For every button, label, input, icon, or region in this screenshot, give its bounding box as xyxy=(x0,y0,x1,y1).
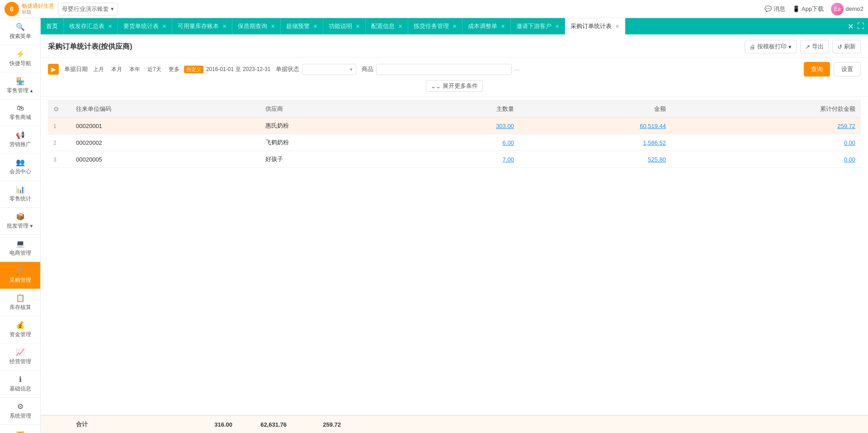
cell-seq: 3 xyxy=(48,151,71,168)
th-paid-amount: 累计付款金额 xyxy=(671,101,861,118)
column-settings-icon[interactable]: ⚙ xyxy=(53,105,59,113)
tab-close-icon[interactable]: ✕ xyxy=(615,24,619,29)
status-filter-field: 单据状态 xyxy=(276,64,356,75)
shortcut-7days[interactable]: 近7天 xyxy=(145,65,164,74)
tab-purchase-stats[interactable]: 采购订单统计表 ✕ xyxy=(565,18,625,34)
th-settings: ⚙ xyxy=(48,101,71,118)
sidebar: 🔍 搜索英单 ⚡ 快捷导航 🏪 零售管理 ▲ 🛍 零售商城 📢 营销推广 👥 会… xyxy=(0,18,41,433)
logo-icon: 6 xyxy=(5,2,19,16)
cell-seq: 1 xyxy=(48,118,71,134)
table-body: 1 00020001 惠氏奶粉 303.00 60,519.44 259.72 … xyxy=(48,118,861,168)
footer-amount: 62,631.76 xyxy=(238,421,292,428)
workspace-selector[interactable]: 母婴行业演示账套 ▾ xyxy=(58,3,118,15)
cell-seq: 2 xyxy=(48,134,71,151)
cell-amount[interactable]: 1,586.52 xyxy=(519,134,671,151)
message-button[interactable]: 💬 消息 xyxy=(764,5,785,13)
cell-paid-amount[interactable]: 0.00 xyxy=(671,134,861,151)
close-tab-button[interactable]: ✕ xyxy=(848,22,854,31)
filter-area: ▶ 单据日期 上月 本月 本年 近7天 更多 自定义 xyxy=(41,57,868,97)
sidebar-item-inventory[interactable]: 📋 库存核算 xyxy=(0,289,40,316)
tab-close-icon[interactable]: ✕ xyxy=(398,24,402,29)
table-row: 1 00020001 惠氏奶粉 303.00 60,519.44 259.72 xyxy=(48,118,861,134)
tab-close-icon[interactable]: ✕ xyxy=(356,24,360,29)
tab-order-summary[interactable]: 要货单统计表 ✕ xyxy=(118,18,172,34)
tab-cost-adjust[interactable]: 成本调整单 ✕ xyxy=(462,18,511,34)
tab-close-icon[interactable]: ✕ xyxy=(453,24,457,29)
th-main-qty: 主数量 xyxy=(401,101,519,118)
tab-close-icon[interactable]: ✕ xyxy=(313,24,317,29)
th-supplier: 供应商 xyxy=(260,101,401,118)
tab-bar: 首页 收发存汇总表 ✕ 要货单统计表 ✕ 可用量库存账本 ✕ 保质期查询 ✕ 超… xyxy=(41,18,868,34)
shortcut-last-month[interactable]: 上月 xyxy=(90,65,107,74)
tab-function-guide[interactable]: 功能说明 ✕ xyxy=(323,18,366,34)
goods-input[interactable] xyxy=(376,64,512,75)
query-button[interactable]: 查询 xyxy=(804,62,830,76)
tab-picking-task[interactable]: 拣货任务管理 ✕ xyxy=(408,18,462,34)
gear-icon: ⚙ xyxy=(17,402,24,411)
footer-paid-amount: 259.72 xyxy=(292,421,346,428)
settings-button[interactable]: 设置 xyxy=(834,62,861,76)
user-profile[interactable]: Ea demo2 xyxy=(831,3,863,15)
more-options-icon[interactable]: ··· xyxy=(514,66,519,73)
sidebar-item-search[interactable]: 🔍 搜索英单 xyxy=(0,18,40,45)
sidebar-item-operations[interactable]: 📈 经营管理 xyxy=(0,343,40,371)
tab-available-stock[interactable]: 可用量库存账本 ✕ xyxy=(172,18,232,34)
tab-close-icon[interactable]: ✕ xyxy=(501,24,505,29)
tab-bar-end: ✕ ⛶ xyxy=(844,22,868,31)
filter-actions: 查询 设置 xyxy=(804,62,861,76)
table-row: 3 00020005 好孩子 7.00 525.80 0.00 xyxy=(48,151,861,168)
sidebar-item-finance[interactable]: 💰 资金管理 xyxy=(0,316,40,343)
table-footer: 合计 316.00 62,631.76 259.72 xyxy=(41,415,868,433)
cell-main-qty[interactable]: 7.00 xyxy=(401,151,519,168)
tab-receive-summary[interactable]: 收发存汇总表 ✕ xyxy=(64,18,118,34)
date-filter-field: 单据日期 上月 本月 本年 近7天 更多 自定义 2016-01-01 xyxy=(64,65,270,74)
filter-row-1: ▶ 单据日期 上月 本月 本年 近7天 更多 自定义 xyxy=(48,62,861,76)
tab-close-icon[interactable]: ✕ xyxy=(162,24,166,29)
filter-row-2: ⌄⌄ 展开更多条件 xyxy=(48,80,861,92)
cell-amount[interactable]: 60,519.44 xyxy=(519,118,671,134)
refresh-button[interactable]: ↺ 刷新 xyxy=(832,40,861,53)
page-header-actions: 🖨 按模板打印 ▾ ↗ 导出 ↺ 刷新 xyxy=(745,40,861,53)
top-bar-left: 6 畅捷通好生意 标版 母婴行业演示账套 ▾ xyxy=(5,2,118,16)
app-download-button[interactable]: 📱 App下载 xyxy=(793,5,824,13)
status-select[interactable] xyxy=(302,64,356,75)
tab-config-info[interactable]: 配置信息 ✕ xyxy=(366,18,408,34)
maximize-button[interactable]: ⛶ xyxy=(857,22,864,30)
shortcut-this-year[interactable]: 本年 xyxy=(127,65,143,74)
tab-close-icon[interactable]: ✕ xyxy=(108,24,112,29)
filter-toggle-button[interactable]: ▶ xyxy=(48,64,59,75)
cell-main-qty[interactable]: 303.00 xyxy=(401,118,519,134)
tab-expiry-query[interactable]: 保质期查询 ✕ xyxy=(232,18,281,34)
tab-overstock-warning[interactable]: 超储预警 ✕ xyxy=(281,18,323,34)
shortcut-this-month[interactable]: 本月 xyxy=(108,65,125,74)
print-button[interactable]: 🖨 按模板打印 ▾ xyxy=(745,40,797,53)
tab-close-icon[interactable]: ✕ xyxy=(222,24,226,29)
cell-unit-code: 00020001 xyxy=(71,118,260,134)
export-button[interactable]: ↗ 导出 xyxy=(800,40,829,53)
sidebar-item-quick-nav[interactable]: ⚡ 快捷导航 xyxy=(0,45,40,72)
shortcut-more[interactable]: 更多 xyxy=(166,65,182,74)
sidebar-item-basic-info[interactable]: ℹ 基础信息 xyxy=(0,371,40,398)
sidebar-item-retail-mgmt[interactable]: 🏪 零售管理 ▲ xyxy=(0,72,40,100)
sidebar-item-retail-stats[interactable]: 📊 零售统计 xyxy=(0,181,40,208)
sidebar-item-marketing[interactable]: 📢 营销推广 xyxy=(0,126,40,153)
tab-close-icon[interactable]: ✕ xyxy=(555,24,559,29)
cell-paid-amount[interactable]: 0.00 xyxy=(671,151,861,168)
sidebar-item-purchase-mgmt[interactable]: 🛒 采购管理 xyxy=(0,262,40,289)
tab-invite-customer[interactable]: 邀请下游客户 ✕ xyxy=(511,18,565,34)
sidebar-item-enterprise[interactable]: 🤝 企业协同 xyxy=(0,425,40,433)
cell-paid-amount[interactable]: 259.72 xyxy=(671,118,861,134)
cell-amount[interactable]: 525.80 xyxy=(519,151,671,168)
tab-home[interactable]: 首页 xyxy=(41,18,64,34)
sidebar-item-retail-mall[interactable]: 🛍 零售商城 xyxy=(0,100,40,126)
sidebar-item-system[interactable]: ⚙ 系统管理 xyxy=(0,398,40,425)
tab-close-icon[interactable]: ✕ xyxy=(271,24,275,29)
sidebar-item-member-center[interactable]: 👥 会员中心 xyxy=(0,153,40,181)
info-icon: ℹ xyxy=(19,375,22,384)
expand-more-button[interactable]: ⌄⌄ 展开更多条件 xyxy=(426,80,483,92)
clipboard-icon: 📋 xyxy=(16,294,25,302)
sidebar-item-wholesale[interactable]: 📦 批发管理 ▼ xyxy=(0,208,40,235)
cell-main-qty[interactable]: 6.00 xyxy=(401,134,519,151)
avatar: Ea xyxy=(831,3,844,15)
sidebar-item-ecommerce[interactable]: 💻 电商管理 xyxy=(0,235,40,262)
